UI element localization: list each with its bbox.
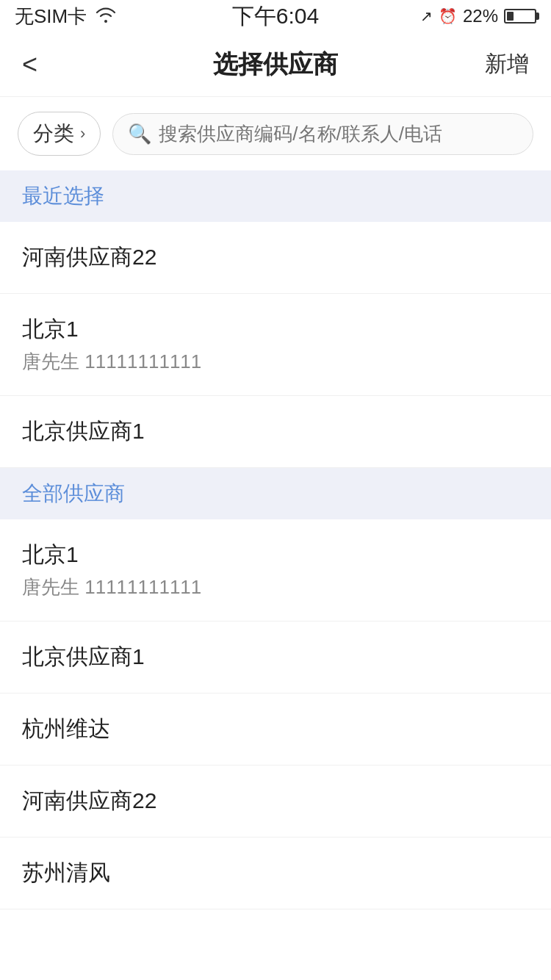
list-item[interactable]: 北京1唐先生 11111111111 — [0, 294, 551, 396]
status-time: 下午6:04 — [232, 1, 319, 32]
item-name: 北京1 — [22, 540, 529, 570]
carrier-text: 无SIM卡 — [15, 4, 87, 29]
location-icon: ↗ — [420, 7, 433, 25]
item-subtitle: 唐先生 11111111111 — [22, 574, 529, 600]
item-name: 北京供应商1 — [22, 417, 529, 447]
status-bar: 无SIM卡 下午6:04 ↗ ⏰ 22% — [0, 0, 551, 32]
battery-percent: 22% — [463, 6, 498, 26]
chevron-right-icon: › — [80, 124, 85, 143]
search-input[interactable] — [159, 123, 518, 145]
nav-bar: < 选择供应商 新增 — [0, 32, 551, 97]
item-name: 北京1 — [22, 314, 529, 345]
item-name: 苏州清风 — [22, 858, 529, 888]
filter-bar: 分类 › 🔍 — [0, 97, 551, 170]
item-name: 河南供应商22 — [22, 242, 529, 273]
section-header-recent: 最近选择 — [0, 170, 551, 222]
search-box[interactable]: 🔍 — [112, 113, 533, 155]
alarm-icon: ⏰ — [439, 7, 457, 25]
list-item[interactable]: 北京供应商1 — [0, 396, 551, 468]
wifi-icon — [94, 5, 118, 28]
list-item[interactable]: 北京1唐先生 11111111111 — [0, 519, 551, 621]
category-filter-button[interactable]: 分类 › — [18, 112, 101, 156]
item-name: 杭州维达 — [22, 714, 529, 744]
item-name: 北京供应商1 — [22, 642, 529, 672]
supplier-list: 最近选择河南供应商22北京1唐先生 11111111111北京供应商1全部供应商… — [0, 170, 551, 909]
list-item[interactable]: 河南供应商22 — [0, 765, 551, 837]
item-subtitle: 唐先生 11111111111 — [22, 349, 529, 375]
category-label: 分类 — [33, 120, 74, 148]
item-name: 河南供应商22 — [22, 786, 529, 816]
page-title: 选择供应商 — [213, 48, 338, 82]
add-button[interactable]: 新增 — [485, 49, 529, 79]
status-left: 无SIM卡 — [15, 4, 118, 29]
list-item[interactable]: 苏州清风 — [0, 837, 551, 909]
section-header-all: 全部供应商 — [0, 468, 551, 519]
status-right: ↗ ⏰ 22% — [420, 6, 536, 26]
list-item[interactable]: 杭州维达 — [0, 693, 551, 765]
back-button[interactable]: < — [22, 49, 66, 80]
list-item[interactable]: 河南供应商22 — [0, 222, 551, 294]
battery-icon — [504, 9, 536, 24]
search-icon: 🔍 — [128, 123, 151, 145]
list-item[interactable]: 北京供应商1 — [0, 621, 551, 693]
